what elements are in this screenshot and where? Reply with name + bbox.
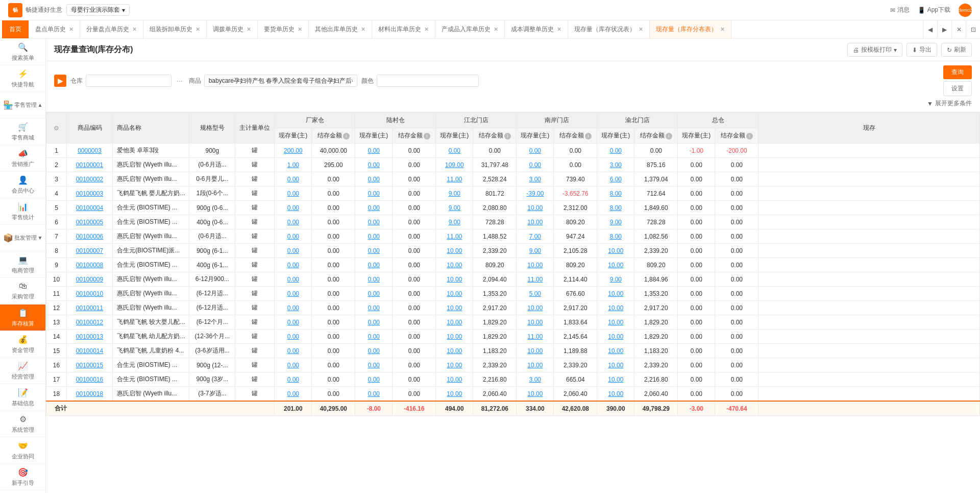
export-btn[interactable]: ⬇ 导出 [906,43,937,57]
code-link[interactable]: 00100016 [76,376,103,383]
sidebar-item-guide[interactable]: 🎯 新手引导 [0,464,45,490]
sidebar-item-app-center[interactable]: 🔧 应用中心 [0,490,45,493]
sidebar-item-wholesale[interactable]: 📦 批发管理 ▼ [0,225,45,251]
sidebar-item-purchase[interactable]: 🛍 采购管理 [0,278,45,304]
cell-fj-qty: 0.00 [275,201,312,215]
close-icon[interactable]: ✕ [247,26,251,33]
sidebar-item-member[interactable]: 👤 会员中心 [0,172,45,198]
sidebar-item-inventory[interactable]: 📋 库存核算 [0,304,45,331]
tab-stock-status[interactable]: 现存量（库存状况表） ✕ [568,20,650,39]
cell-total-amt: 0.00 [715,358,758,372]
sidebar-item-retail-shop[interactable]: 🛒 零售商城 [0,119,45,145]
close-icon[interactable]: ✕ [494,26,498,33]
sidebar-item-retail-mgmt[interactable]: 🏪 零售管理 ▲ [0,92,45,119]
close-icon[interactable]: ✕ [639,26,643,33]
cell-yb-qty: 10.00 [597,330,634,344]
code-link[interactable]: 00100010 [76,290,103,297]
info-icon[interactable]: i [424,133,430,139]
tab-next-btn[interactable]: ▶ [937,20,951,39]
shortcut-icon: ⚡ [18,69,28,79]
tab-material-out[interactable]: 材料出库单历史 ✕ [372,20,435,39]
code-link[interactable]: 00100007 [76,247,103,254]
info-icon[interactable]: i [585,133,592,139]
code-link[interactable]: 00100002 [76,176,103,183]
query-btn[interactable]: 查询 [943,65,972,79]
settings-icon[interactable]: ⚙ [54,125,59,132]
app-download-btn[interactable]: 📱 App下载 [918,6,950,14]
code-link[interactable]: 00100006 [76,233,103,240]
expand-conditions-btn[interactable]: ▼ 展开更多条件 [927,99,972,108]
dots-icon[interactable]: ··· [175,77,185,85]
tab-cost-adjust[interactable]: 成本调整单历史 ✕ [505,20,568,39]
tab-sub-stocktake[interactable]: 分量盘点单历史 ✕ [80,20,143,39]
code-link[interactable]: 00100001 [76,161,103,169]
cell-yb-amt: 1,353.20 [634,287,678,301]
cell-fj-amt: 0.00 [312,287,355,301]
tab-nav-btns: ◀ ▶ ✕ ⊡ [923,20,980,39]
tab-stocktake[interactable]: 盘点单历史 ✕ [29,20,80,39]
tab-close-btn[interactable]: ✕ [951,20,966,39]
info-icon[interactable]: i [343,133,350,139]
code-link[interactable]: 00100014 [76,347,103,355]
cell-lc-amt: 0.00 [393,172,436,186]
message-btn[interactable]: ✉ 消息 [890,6,910,14]
close-icon[interactable]: ✕ [424,26,429,33]
refresh-btn[interactable]: ↻ 刷新 [941,43,972,57]
tab-expand-btn[interactable]: ⊡ [966,20,980,39]
code-link[interactable]: 00100004 [76,204,103,212]
info-icon[interactable]: i [666,133,672,139]
close-icon[interactable]: ✕ [361,26,365,33]
industry-selector[interactable]: 母婴行业演示陈套 ▾ [66,4,130,16]
sidebar-item-ecommerce[interactable]: 💻 电商管理 [0,251,45,278]
sidebar-item-retail-stats[interactable]: 📊 零售统计 [0,198,45,225]
tab-combo[interactable]: 组装拆卸单历史 ✕ [143,20,207,39]
close-icon[interactable]: ✕ [69,26,74,33]
sidebar-item-marketing[interactable]: 📣 营销推广 [0,145,45,172]
th-yb-amt: 结存金额i [634,128,678,144]
code-link[interactable]: 00100018 [76,390,103,397]
code-link[interactable]: 0000003 [78,147,102,154]
sidebar-item-enterprise[interactable]: 🤝 企业协同 [0,437,45,464]
color-input[interactable] [377,75,479,87]
code-link[interactable]: 00100013 [76,333,103,340]
tab-request[interactable]: 要货单历史 ✕ [258,20,309,39]
cell-yb-amt: 0.00 [634,144,678,158]
code-link[interactable]: 00100011 [76,304,103,312]
code-link[interactable]: 00100003 [76,190,103,197]
close-icon[interactable]: ✕ [557,26,561,33]
code-link[interactable]: 00100009 [76,276,103,283]
tab-prev-btn[interactable]: ◀ [923,20,937,39]
tab-product-in[interactable]: 产成品入库单历史 ✕ [435,20,505,39]
sidebar-item-shortcut[interactable]: ⚡ 快捷导航 [0,65,45,92]
info-icon[interactable]: i [746,133,753,139]
print-btn[interactable]: 🖨 按模板打印 ▾ [847,43,902,57]
goods-input[interactable] [204,75,357,87]
tab-stock-dist[interactable]: 现存量（库存分布表） ✕ [650,20,731,39]
warehouse-input[interactable] [86,75,172,87]
tab-transfer[interactable]: 调拨单历史 ✕ [207,20,258,39]
sidebar-item-finance[interactable]: 💰 资金管理 [0,331,45,358]
chevron-icon: ▲ [38,102,43,108]
cell-total-amt: 0.00 [715,315,758,330]
cell-spec: 900g (0-6... [189,201,235,215]
sidebar-item-ops[interactable]: 📈 经营管理 [0,358,45,384]
cell-lc-amt: 0.00 [393,387,436,402]
close-icon[interactable]: ✕ [298,26,302,33]
sidebar-item-system[interactable]: ⚙ 系统管理 [0,411,45,437]
tab-home[interactable]: 首页 [2,20,29,39]
tab-other-out[interactable]: 其他出库单历史 ✕ [309,20,372,39]
close-icon[interactable]: ✕ [132,26,137,33]
sidebar-item-basic[interactable]: 📝 基础信息 [0,384,45,411]
user-menu[interactable]: demo2 [959,4,972,17]
close-icon[interactable]: ✕ [195,26,200,33]
code-link[interactable]: 00100012 [76,319,103,326]
code-link[interactable]: 00100008 [76,262,103,269]
sidebar-item-search[interactable]: 🔍 搜索英单 [0,39,45,65]
code-link[interactable]: 00100005 [76,219,103,226]
info-icon[interactable]: i [504,133,511,139]
setting-btn[interactable]: 设置 [943,81,972,96]
code-link[interactable]: 00100015 [76,362,103,369]
filter-toggle-btn[interactable]: ▶ [54,75,66,87]
close-icon[interactable]: ✕ [720,26,725,33]
cell-total-amt: 0.00 [715,244,758,258]
